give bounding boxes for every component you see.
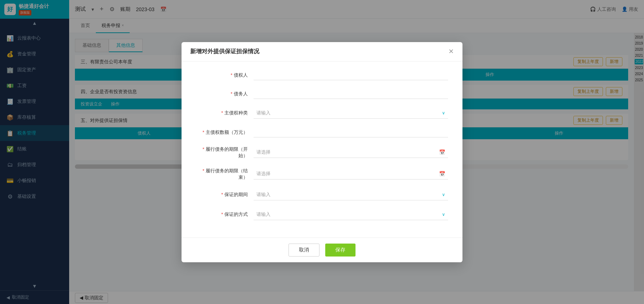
chevron-down-icon-claim-type: ∨ — [442, 110, 445, 115]
label-guarantee-period-text: 保证的期间 — [224, 192, 248, 197]
required-star-end-date: * — [202, 168, 204, 173]
modal-cancel-button[interactable]: 取消 — [289, 244, 319, 257]
modal-dialog: 新增对外提供保证担保情况 ✕ * 债权人 * 债务人 — [182, 42, 462, 262]
form-row-guarantee-method: * 保证的方式 请输入 ∨ — [196, 209, 448, 220]
select-claim-type-placeholder: 请输入 — [256, 110, 442, 116]
form-label-claim-type: * 主债权种类 — [196, 110, 254, 116]
label-debtor-text: 债务人 — [234, 91, 248, 96]
form-row-creditor: * 债权人 — [196, 70, 448, 80]
label-start-date-text: 履行债务的期限（开始） — [206, 146, 248, 158]
form-label-guarantee-method: * 保证的方式 — [196, 211, 254, 218]
label-claim-type-text: 主债权种类 — [224, 110, 248, 115]
modal-body: * 债权人 * 债务人 * 主债权种 — [182, 62, 462, 237]
input-claim-amount[interactable] — [254, 127, 448, 137]
form-row-start-date: * 履行债务的期限（开始） 请选择 📅 — [196, 146, 448, 159]
modal-header: 新增对外提供保证担保情况 ✕ — [182, 42, 462, 62]
select-guarantee-method-placeholder: 请输入 — [256, 211, 442, 218]
modal-close-button[interactable]: ✕ — [448, 48, 454, 55]
form-row-debtor: * 债务人 — [196, 89, 448, 99]
select-guarantee-period[interactable]: 请输入 ∨ — [254, 189, 448, 200]
form-row-end-date: * 履行债务的期限（结束） 请选择 📅 — [196, 168, 448, 181]
modal-save-button[interactable]: 保存 — [325, 244, 355, 257]
form-label-guarantee-period: * 保证的期间 — [196, 191, 254, 198]
input-debtor[interactable] — [254, 89, 448, 99]
modal-overlay: 新增对外提供保证担保情况 ✕ * 债权人 * 债务人 — [0, 0, 644, 304]
input-creditor[interactable] — [254, 70, 448, 80]
label-guarantee-method-text: 保证的方式 — [224, 212, 248, 217]
modal-title: 新增对外提供保证担保情况 — [190, 48, 259, 55]
select-guarantee-method[interactable]: 请输入 ∨ — [254, 209, 448, 220]
form-label-creditor: * 债权人 — [196, 72, 254, 78]
chevron-down-icon-guarantee-period: ∨ — [442, 192, 445, 197]
required-star-claim-amount: * — [202, 130, 204, 135]
form-row-guarantee-period: * 保证的期间 请输入 ∨ — [196, 189, 448, 200]
end-date-placeholder: 请选择 — [256, 171, 439, 177]
form-label-claim-amount: * 主债权数额（万元） — [196, 129, 254, 136]
label-creditor-text: 债权人 — [234, 72, 248, 78]
calendar-end-icon: 📅 — [439, 171, 445, 177]
required-star-claim-type: * — [221, 110, 223, 115]
form-row-claim-amount: * 主债权数额（万元） — [196, 127, 448, 137]
form-label-start-date: * 履行债务的期限（开始） — [196, 146, 254, 159]
required-star-guarantee-method: * — [221, 212, 223, 217]
select-guarantee-period-placeholder: 请输入 — [256, 191, 442, 198]
form-label-end-date: * 履行债务的期限（结束） — [196, 168, 254, 181]
calendar-start-icon: 📅 — [439, 149, 445, 155]
chevron-down-icon-guarantee-method: ∨ — [442, 212, 445, 217]
label-end-date-text: 履行债务的期限（结束） — [206, 168, 248, 180]
required-star-guarantee-period: * — [221, 192, 223, 197]
date-picker-start[interactable]: 请选择 📅 — [254, 147, 448, 158]
label-claim-amount-text: 主债权数额（万元） — [206, 130, 248, 135]
date-picker-end[interactable]: 请选择 📅 — [254, 168, 448, 180]
required-star-start-date: * — [202, 146, 204, 152]
select-claim-type[interactable]: 请输入 ∨ — [254, 108, 448, 119]
start-date-placeholder: 请选择 — [256, 149, 439, 155]
required-star-creditor: * — [231, 72, 232, 78]
required-star-debtor: * — [231, 91, 232, 96]
modal-footer: 取消 保存 — [182, 237, 462, 262]
form-label-debtor: * 债务人 — [196, 91, 254, 97]
form-row-claim-type: * 主债权种类 请输入 ∨ — [196, 108, 448, 119]
